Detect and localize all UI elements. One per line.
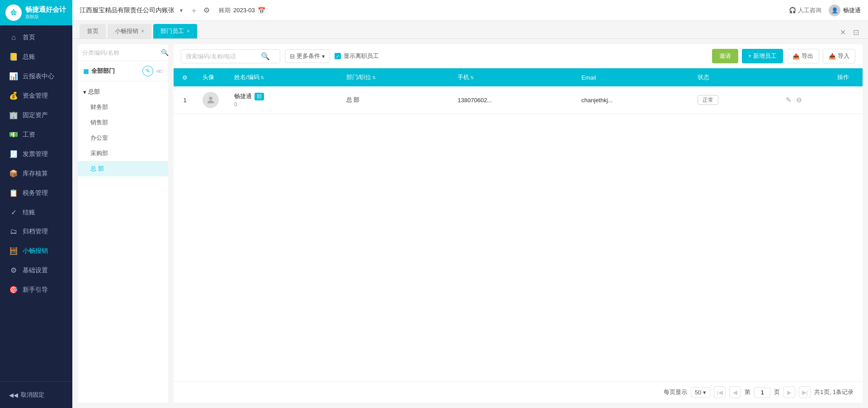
- pin-icon: ◀◀: [9, 392, 18, 399]
- page-number-input[interactable]: [754, 387, 770, 398]
- employee-search-input[interactable]: [186, 53, 258, 60]
- sidebar-item-settings[interactable]: ⚙ 基础设置: [0, 261, 72, 280]
- calendar-icon[interactable]: 📅: [258, 7, 265, 14]
- close-expense-tab-icon[interactable]: ×: [141, 28, 144, 34]
- action-icons: ✎ ⊖: [786, 96, 856, 104]
- dept-collapse-icon[interactable]: ≪: [156, 67, 163, 75]
- sidebar-item-label: 基础设置: [23, 266, 48, 275]
- sidebar-item-home[interactable]: ⌂ 首页: [0, 28, 72, 47]
- import-button[interactable]: 📥 导入: [823, 49, 855, 63]
- sidebar-item-expense[interactable]: 🧮 小畅报销: [0, 241, 72, 261]
- dept-edit-button[interactable]: ✎: [142, 66, 153, 76]
- dept-group-head: ▾ 总部: [78, 84, 168, 100]
- col-settings[interactable]: ⚙: [174, 68, 196, 86]
- invite-button[interactable]: 邀请: [712, 49, 738, 63]
- sidebar-item-label: 云报表中心: [23, 72, 54, 81]
- logout-employee-icon[interactable]: ⊖: [796, 96, 802, 104]
- help-button[interactable]: 🎧 人工咨询: [789, 6, 821, 14]
- employee-search-box: 🔍: [181, 49, 280, 63]
- finance-icon: 💰: [9, 91, 18, 100]
- dept-group-name: 总部: [88, 88, 100, 96]
- add-employee-button[interactable]: + 新增员工: [742, 49, 783, 63]
- total-label: 共1页, 1条记录: [814, 388, 854, 396]
- sidebar-item-label: 结账: [23, 209, 35, 217]
- sidebar-item-label: 资金管理: [23, 92, 48, 100]
- sidebar-item-archive[interactable]: 🗂 归档管理: [0, 222, 72, 241]
- dept-item-general[interactable]: 总 部: [78, 161, 168, 176]
- topbar: 江西服宝精品有限责任公司内账张 ▾ ＋ ⚙ 账期 2023-03 📅 🎧 人工咨…: [72, 0, 868, 21]
- dept-header: ▦ 全部部门 ✎ ≪: [78, 61, 168, 81]
- tabbar: 首页 小畅报销 × 部门员工 × ✕ ⊡: [72, 21, 868, 39]
- search-icon[interactable]: 🔍: [261, 52, 270, 61]
- employee-code: 0: [234, 101, 334, 108]
- col-dept[interactable]: 部门/职位 ⇅: [340, 68, 452, 86]
- close-employees-tab-icon[interactable]: ×: [187, 28, 190, 34]
- page-size-select[interactable]: 50 ▾: [691, 387, 710, 398]
- col-email: Email: [575, 68, 691, 86]
- employee-avatar: [203, 92, 219, 108]
- expand-tabs-icon[interactable]: ⊡: [851, 26, 861, 38]
- first-page-button[interactable]: |◀: [714, 386, 726, 398]
- tab-expense[interactable]: 小畅报销 ×: [108, 24, 151, 38]
- checkout-icon: ✓: [9, 208, 18, 217]
- dept-search-input[interactable]: [82, 49, 158, 56]
- status-badge: 正常: [698, 95, 718, 105]
- sidebar-item-ledger[interactable]: 📒 总账: [0, 47, 72, 66]
- sidebar-item-checkout[interactable]: ✓ 结账: [0, 203, 72, 222]
- sidebar-item-guide[interactable]: 🎯 新手引导: [0, 280, 72, 299]
- dept-sort-icon: ⇅: [372, 75, 376, 80]
- add-company-icon[interactable]: ＋: [190, 5, 198, 16]
- edit-employee-icon[interactable]: ✎: [786, 96, 792, 104]
- row-email-cell: chanjethkj...: [575, 86, 691, 114]
- logo-text-container: 畅捷通好会计 旗舰版: [25, 5, 66, 20]
- dept-search-icon[interactable]: 🔍: [161, 49, 168, 56]
- col-phone[interactable]: 手机 ⇅: [451, 68, 575, 86]
- page-size-value: 50: [695, 389, 701, 396]
- company-dropdown-icon[interactable]: ▾: [180, 7, 183, 14]
- sidebar-item-label: 固定资产: [23, 111, 48, 119]
- sidebar-item-assets[interactable]: 🏢 固定资产: [0, 105, 72, 125]
- sidebar-item-inventory[interactable]: 📦 库存核算: [0, 164, 72, 183]
- next-page-button[interactable]: ▶: [783, 386, 795, 398]
- tab-home[interactable]: 首页: [80, 24, 106, 38]
- sidebar-item-label: 新手引导: [23, 286, 48, 294]
- dept-search-bar: 🔍: [78, 44, 168, 61]
- sidebar-item-invoice[interactable]: 🧾 发票管理: [0, 144, 72, 164]
- dept-item-finance[interactable]: 财务部: [78, 100, 168, 115]
- last-page-button[interactable]: ▶|: [799, 386, 811, 398]
- export-button[interactable]: 📤 导出: [787, 49, 819, 63]
- show-resigned-checkbox[interactable]: ✓: [335, 53, 341, 59]
- department-panel: 🔍 ▦ 全部部门 ✎ ≪ ▾ 总部 财务部 销售部 办公室: [78, 44, 168, 403]
- table-header-row: ⚙ 头像 姓名/编码 ⇅: [174, 68, 863, 86]
- sidebar-item-salary[interactable]: 💵 工资: [0, 125, 72, 144]
- sidebar-item-tax[interactable]: 📋 税务管理: [0, 183, 72, 203]
- pin-label: 取消固定: [21, 391, 44, 399]
- sidebar-item-reports[interactable]: 📊 云报表中心: [0, 66, 72, 86]
- salary-icon: 💵: [9, 130, 18, 139]
- topbar-settings-icon[interactable]: ⚙: [203, 6, 210, 14]
- all-dept-label[interactable]: 全部部门: [91, 67, 115, 75]
- prev-page-button[interactable]: ◀: [729, 386, 741, 398]
- tab-employees[interactable]: 部门员工 ×: [153, 24, 197, 38]
- close-all-tabs-icon[interactable]: ✕: [838, 26, 848, 38]
- dept-item-purchase[interactable]: 采购部: [78, 146, 168, 161]
- assets-icon: 🏢: [9, 111, 18, 119]
- inventory-icon: 📦: [9, 169, 18, 178]
- app-logo: 会 畅捷通好会计 旗舰版: [0, 0, 72, 25]
- page-size-dropdown-icon: ▾: [703, 389, 706, 396]
- dept-item-sales[interactable]: 销售部: [78, 115, 168, 130]
- period-selector: 账期 2023-03 📅: [219, 6, 265, 14]
- user-menu[interactable]: 👤 畅捷通: [829, 5, 861, 16]
- sidebar-item-label: 首页: [23, 33, 35, 42]
- col-name[interactable]: 姓名/编码 ⇅: [228, 68, 340, 86]
- import-label: 导入: [838, 52, 849, 60]
- pin-button[interactable]: ◀◀ 取消固定: [0, 386, 72, 403]
- dept-tree: ▾ 总部 财务部 销售部 办公室 采购部 总 部: [78, 81, 168, 403]
- dept-item-office[interactable]: 办公室: [78, 130, 168, 146]
- sidebar-item-finance[interactable]: 💰 资金管理: [0, 86, 72, 105]
- period-value[interactable]: 2023-03: [233, 7, 255, 14]
- sidebar-bottom: ◀◀ 取消固定: [0, 381, 72, 408]
- more-conditions-button[interactable]: ⊟ 更多条件 ▾: [285, 49, 330, 63]
- employee-name: 畅捷通: [234, 92, 252, 100]
- company-name: 江西服宝精品有限责任公司内账张: [80, 6, 175, 14]
